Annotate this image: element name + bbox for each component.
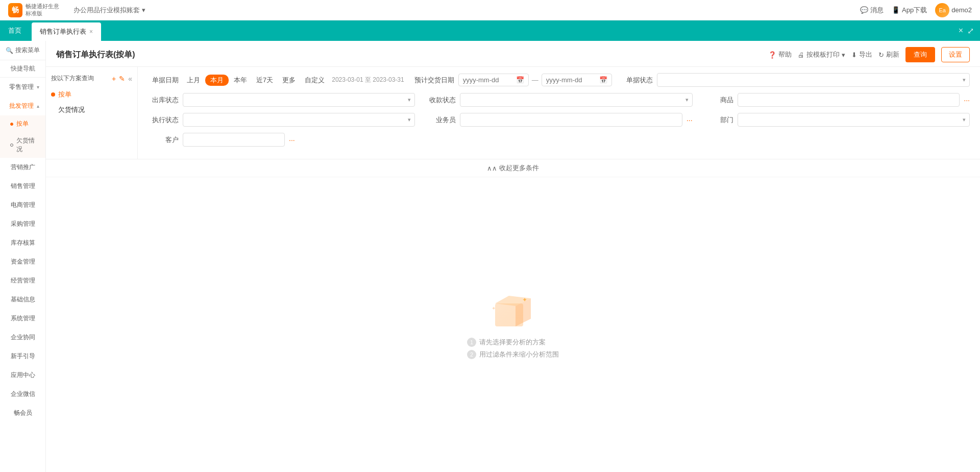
collect-status-field: 收款状态 ▾	[425, 93, 692, 107]
expected-date-start[interactable]	[463, 76, 514, 84]
exec-status-label: 执行状态	[148, 115, 179, 125]
collect-status-select[interactable]	[460, 93, 692, 107]
sidebar-item-sales[interactable]: 销售管理	[0, 177, 45, 196]
avatar: Ea	[935, 3, 949, 17]
sidebar-item-marketing[interactable]: 营销推广	[0, 158, 45, 177]
sidebar-search[interactable]: 🔍 搜索菜单	[0, 41, 45, 60]
sidebar-item-system[interactable]: 系统管理	[0, 309, 45, 328]
salesperson-input[interactable]	[460, 113, 682, 127]
sidebar-sub-item-backorder[interactable]: 欠货情况	[0, 132, 45, 158]
sidebar-item-basic-info[interactable]: 基础信息	[0, 290, 45, 309]
date-tab-thismonth[interactable]: 本月	[205, 75, 229, 86]
add-scheme-icon[interactable]: +	[112, 75, 116, 83]
date-tab-custom[interactable]: 自定义	[301, 74, 329, 86]
empty-state: ✦ ✦ 1 请先选择要分析的方案 2 用过滤条件来缩小分析范围	[46, 177, 980, 472]
tab-bar-actions: × ⤢	[959, 26, 980, 36]
sidebar-item-ecommerce[interactable]: 电商管理	[0, 196, 45, 215]
dept-select[interactable]	[738, 113, 970, 127]
nav-selector[interactable]: 办公用品行业模拟账套 ▾	[74, 6, 145, 15]
logo-area: 畅 畅捷通好生意 标准版	[8, 3, 59, 17]
dot-icon	[10, 123, 13, 126]
help-button[interactable]: ❓ 帮助	[768, 50, 792, 59]
message-button[interactable]: 💬 消息	[860, 6, 884, 15]
logo-icon: 畅	[8, 3, 22, 17]
sidebar-quick-nav[interactable]: 快捷导航	[0, 60, 45, 78]
customer-ellipsis-icon[interactable]: ···	[289, 136, 295, 144]
goods-input[interactable]	[738, 93, 960, 107]
salesperson-ellipsis-icon[interactable]: ···	[687, 116, 693, 124]
date-tab-more[interactable]: 更多	[278, 74, 300, 86]
collapse-button[interactable]: ∧∧ 收起更多条件	[46, 159, 980, 177]
settings-button[interactable]: 设置	[941, 47, 970, 62]
download-icon: 📱	[892, 6, 900, 14]
dept-label: 部门	[703, 115, 733, 125]
page-title: 销售订单执行表(按单)	[56, 50, 135, 60]
maximize-icon[interactable]: ⤢	[967, 26, 974, 36]
filter-row-3: 执行状态 ▾ 业务员 ···	[148, 113, 970, 127]
search-icon: 🔍	[6, 47, 13, 54]
export-button[interactable]: ⬇ 导出	[851, 50, 872, 59]
sidebar-item-operations[interactable]: 经营管理	[0, 271, 45, 290]
date-tab-thisyear[interactable]: 本年	[230, 74, 251, 86]
expected-date-field: 预计交货日期 📅 — 📅	[414, 74, 612, 86]
scheme-item-backorder[interactable]: 欠货情况	[46, 102, 137, 117]
ship-status-select[interactable]	[183, 93, 415, 107]
date-label: 单据日期	[148, 76, 179, 85]
tab-active[interactable]: 销售订单执行表 ×	[32, 22, 101, 41]
filter-row-2: 出库状态 ▾ 收款状态	[148, 93, 970, 107]
doc-status-label: 单据状态	[622, 76, 653, 85]
date-field: 单据日期 上月 本月 本年 近7天 更多 自定义 2023-03-01 至 20…	[148, 74, 404, 86]
header-left: 畅 畅捷通好生意 标准版 办公用品行业模拟账套 ▾	[8, 3, 145, 17]
collapse-scheme-icon[interactable]: «	[128, 75, 132, 83]
filter-row-4: 客户 ···	[148, 133, 970, 147]
sidebar-item-app-center[interactable]: 应用中心	[0, 366, 45, 385]
sidebar-sub-item-byorder[interactable]: 按单	[0, 115, 45, 132]
sidebar-item-retail[interactable]: 零售管理 ▾	[0, 78, 45, 97]
user-menu[interactable]: Ea demo2	[935, 3, 972, 17]
exec-status-select-wrap: ▾	[183, 113, 415, 127]
logo-text: 畅捷通好生意 标准版	[26, 3, 59, 16]
expected-date-start-wrap[interactable]: 📅	[458, 74, 529, 86]
scheme-item-byorder[interactable]: 按单	[46, 87, 137, 102]
app-download-button[interactable]: 📱 App下载	[892, 6, 927, 15]
empty-content: ✦ ✦ 1 请先选择要分析的方案 2 用过滤条件来缩小分析范围	[467, 291, 559, 359]
sidebar-item-inventory[interactable]: 库存核算	[0, 233, 45, 252]
goods-ellipsis-icon[interactable]: ···	[964, 96, 970, 104]
print-button[interactable]: 🖨 按模板打印 ▾	[798, 50, 845, 59]
expected-date-end-wrap[interactable]: 📅	[542, 74, 612, 86]
sidebar-item-guide[interactable]: 新手引导	[0, 347, 45, 366]
tip-num-2: 2	[467, 350, 476, 359]
scheme-header-actions: + ✎ «	[112, 75, 132, 83]
expected-date-end[interactable]	[546, 76, 597, 84]
sidebar-item-wholesale[interactable]: 批发管理 ▴	[0, 97, 45, 115]
empty-tip-1: 1 请先选择要分析的方案	[467, 338, 559, 347]
scheme-dot-icon	[51, 92, 55, 97]
sidebar-item-member[interactable]: 畅会员	[0, 404, 45, 422]
page-header: 销售订单执行表(按单) ❓ 帮助 🖨 按模板打印 ▾ ⬇ 导出 ↻ 刷新	[46, 41, 980, 67]
refresh-button[interactable]: ↻ 刷新	[878, 50, 899, 59]
date-tab-7days[interactable]: 近7天	[252, 74, 277, 86]
ship-status-label: 出库状态	[148, 96, 179, 105]
tab-home[interactable]: 首页	[0, 20, 30, 41]
search-button[interactable]: 查询	[905, 47, 935, 62]
close-window-icon[interactable]: ×	[959, 26, 963, 35]
chevron-right-icon: ▾	[37, 84, 39, 90]
svg-text:✦: ✦	[492, 305, 496, 311]
tab-close-icon[interactable]: ×	[89, 28, 93, 35]
sidebar-item-finance[interactable]: 资金管理	[0, 252, 45, 271]
empty-tips: 1 请先选择要分析的方案 2 用过滤条件来缩小分析范围	[467, 338, 559, 359]
sidebar-item-purchase[interactable]: 采购管理	[0, 215, 45, 233]
doc-status-select-wrap: ▾	[657, 73, 970, 87]
doc-status-select[interactable]	[657, 73, 970, 87]
sidebar-item-enterprise-wechat[interactable]: 企业微信	[0, 385, 45, 404]
message-icon: 💬	[860, 6, 868, 14]
calendar-icon-2: 📅	[599, 76, 607, 84]
sidebar-item-enterprise-collab[interactable]: 企业协同	[0, 328, 45, 347]
customer-input[interactable]	[183, 133, 285, 147]
scheme-header: 按以下方案查询 + ✎ «	[46, 72, 137, 87]
page-actions: ❓ 帮助 🖨 按模板打印 ▾ ⬇ 导出 ↻ 刷新 查询 设置	[768, 47, 970, 62]
edit-scheme-icon[interactable]: ✎	[119, 75, 125, 83]
date-tab-lastmonth[interactable]: 上月	[183, 74, 204, 86]
empty-icon: ✦ ✦	[487, 291, 538, 332]
exec-status-select[interactable]	[183, 113, 415, 127]
